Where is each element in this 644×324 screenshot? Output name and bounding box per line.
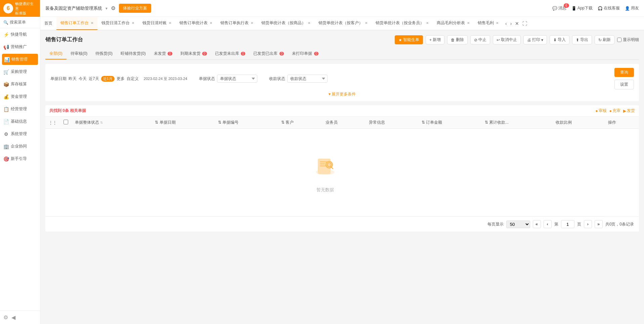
tab-sales-order[interactable]: 销售订单工作台 ✕ [56,17,97,30]
filter-tab-sent-out[interactable]: 已发货已出库 0 [249,48,288,59]
tab-goods-stats[interactable]: 销货单统计表（按商品） ✕ [257,17,314,30]
review-btn[interactable]: ● 审核 [596,108,607,114]
stop-btn[interactable]: ⊘ 中止 [470,35,490,44]
sidebar-item-marketing[interactable]: 📢 营销推广 [0,41,40,53]
query-btn[interactable]: 查询 [614,68,634,77]
date-1month[interactable]: 近1月 [101,76,115,82]
select-all-checkbox[interactable] [63,120,68,124]
collapse-icon[interactable]: ◀ [11,314,15,321]
tab-fullscreen-btn[interactable]: ⛶ [521,20,528,27]
filter-setting-btn[interactable]: 设置 [614,80,634,89]
tab-staff-stats[interactable]: 销货单统计表（按业务员） ✕ [372,17,433,30]
sidebar-item-system[interactable]: ⚙ 系统管理 [0,128,40,140]
logo-text: 畅捷通好生意 标准版 [15,1,37,16]
date-yesterday[interactable]: 昨天 [69,76,77,82]
tab-sales-margin[interactable]: 销售毛利 ✕ [474,17,503,30]
tab-home[interactable]: 首页 [40,17,56,30]
tab-close-goods[interactable]: ✕ [308,21,310,25]
settings-icon[interactable]: ⚙ [111,5,116,11]
refresh-btn[interactable]: ↻ 刷新 [595,35,614,44]
tab-stats[interactable]: 销售订单统计表 ✕ [175,17,216,30]
user-icon: 👤 [625,6,630,11]
filter-tab-pick[interactable]: 待拣货(0) [91,48,117,59]
tab-close-margin[interactable]: ✕ [467,21,470,25]
online-service-action[interactable]: 🎧 在线客服 [598,5,620,11]
last-page-btn[interactable]: » [595,220,603,228]
tab-close-daily[interactable]: ✕ [132,21,134,25]
status-filter-select[interactable]: 单据状态 [217,75,257,83]
export-btn[interactable]: ⬆ 导出 [572,35,592,44]
first-page-btn[interactable]: « [533,220,541,228]
tab-margin[interactable]: 商品毛利分析表 ✕ [433,17,474,30]
cancel-stop-btn[interactable]: ↩ 取消中止 [493,35,521,44]
tab-close-staff[interactable]: ✕ [426,21,429,25]
sidebar-item-enterprise[interactable]: 🏢 企业协同 [0,140,40,153]
sidebar-item-finance[interactable]: 💰 资金管理 [0,90,40,103]
date-today[interactable]: 今天 [79,76,87,82]
sort-icon[interactable]: ⇅ [155,120,158,125]
user-action[interactable]: 👤 用友 [625,5,639,11]
show-detail-label[interactable]: 显示明细 [617,37,639,43]
page-input[interactable] [561,220,574,228]
tab-prev-btn[interactable]: ‹ [504,20,508,27]
show-detail-checkbox[interactable] [617,38,621,42]
sort-icon[interactable]: ⇅ [422,120,425,125]
sidebar-item-operation[interactable]: 📋 经营管理 [0,103,40,115]
filter-tab-expired[interactable]: 到期未发货 0 [176,48,211,59]
tab-close-sales[interactable]: ✕ [91,21,93,25]
tab-close-customer[interactable]: ✕ [365,21,368,25]
date-more[interactable]: 更多 [117,76,125,82]
sort-status-icon[interactable]: ⇅ [100,121,103,124]
tab-close-sales-margin[interactable]: ✕ [496,21,499,25]
filter-tab-wangpu[interactable]: 旺铺待发货(0) [117,48,150,59]
dropdown-icon[interactable]: ▾ [105,6,108,11]
industry-btn[interactable]: 体验行业方案 [119,4,151,13]
page-size-select[interactable]: 50 10 20 100 [506,220,530,228]
tab-close-all-btn[interactable]: ✕ [514,20,520,27]
expand-more-btn[interactable]: ▾ 展开更多条件 [50,91,634,97]
tab-execute[interactable]: 销售订单执行表 ✕ [216,17,257,30]
tab-close-reconcile[interactable]: ✕ [169,21,171,25]
sidebar-item-basic[interactable]: 📄 基础信息 [0,115,40,128]
filter-tab-all[interactable]: 全部(0) [45,48,67,59]
tab-reconcile[interactable]: 钱货日清对账 ✕ [138,17,175,30]
filter-tab-unprinted[interactable]: 未打印单据 0 [288,48,323,59]
sort-icon[interactable]: ⇅ [218,120,221,125]
filter-tab-sent-not-out[interactable]: 已发货未出库 0 [211,48,250,59]
star-icon: ★ [398,38,402,42]
smart-create-btn[interactable]: ★ 智能生单 [395,35,423,44]
col-checkbox[interactable] [60,117,72,129]
unreview-btn[interactable]: ● 充审 [609,108,620,114]
next-page-btn[interactable]: › [584,220,592,228]
sort-icon[interactable]: ⇅ [485,120,488,125]
date-7days[interactable]: 近7天 [89,76,99,82]
sidebar-item-purchase[interactable]: 🛒 采购管理 [0,66,40,78]
tab-customer-stats[interactable]: 销货单统计表（按客户） ✕ [314,17,372,30]
sidebar-item-guide[interactable]: 🎯 新手引导 [0,153,40,165]
filter-tab-unsent[interactable]: 未发货 0 [150,48,176,59]
tab-close-stats[interactable]: ✕ [210,21,212,25]
app-download-action[interactable]: 📱 App下载 [571,5,593,11]
payment-filter-select[interactable]: 收款状态 [287,75,328,83]
sidebar-item-quick-nav[interactable]: ⚡ 快捷导航 [0,28,40,41]
sidebar-search[interactable]: 🔍 搜索菜单 [0,17,40,28]
print-btn[interactable]: 🖨 打印 ▾ [523,35,547,44]
sort-icon[interactable]: ⇅ [281,120,285,125]
filter-tab-pending[interactable]: 待审核(0) [67,48,92,59]
sidebar-footer: ⚙ ◀ [0,311,40,324]
tab-close-execute[interactable]: ✕ [251,21,253,25]
tab-next-btn[interactable]: › [509,20,513,27]
prev-page-btn[interactable]: ‹ [544,220,552,228]
col-drag: ⋮⋮ [45,117,60,129]
sidebar-item-inventory[interactable]: 📦 库存核算 [0,78,40,90]
ship-btn[interactable]: ▶ 发货 [623,108,635,114]
date-custom[interactable]: 自定义 [127,76,139,82]
add-btn[interactable]: + 新增 [426,35,444,44]
delete-btn[interactable]: 🗑 删除 [447,35,468,44]
sidebar-item-sales[interactable]: 📊 销售管理 [2,54,38,65]
message-action[interactable]: 💬 消息 6 [552,5,566,11]
tab-daily-clear[interactable]: 钱货日清工作台 ✕ [97,17,138,30]
import-btn[interactable]: ⬇ 导入 [550,35,569,44]
settings-footer-icon[interactable]: ⚙ [3,314,8,321]
circle-check-icon: ● [596,109,598,113]
